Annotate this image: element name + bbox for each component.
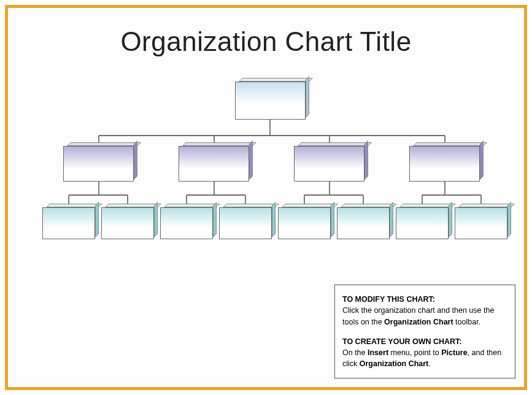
org-mid-box-3[interactable] (294, 146, 364, 182)
instruction-box: TO MODIFY THIS CHART: Click the organiza… (334, 285, 515, 378)
org-mid-box-1[interactable] (63, 146, 134, 182)
org-leaf-box-1[interactable] (42, 207, 95, 239)
org-leaf-box-8[interactable] (455, 207, 507, 239)
modify-heading: TO MODIFY THIS CHART: (342, 295, 435, 304)
slide-frame: Organization Chart Title (5, 5, 527, 390)
create-heading: TO CREATE YOUR OWN CHART: (342, 337, 461, 346)
org-leaf-box-2[interactable] (101, 207, 154, 239)
org-mid-box-2[interactable] (179, 146, 249, 182)
org-leaf-box-6[interactable] (337, 207, 390, 239)
org-leaf-box-4[interactable] (219, 207, 272, 239)
org-root-box[interactable] (235, 82, 306, 120)
org-leaf-box-3[interactable] (160, 207, 213, 239)
org-leaf-box-7[interactable] (396, 207, 449, 239)
org-mid-box-4[interactable] (409, 146, 480, 182)
org-leaf-box-5[interactable] (278, 207, 331, 239)
